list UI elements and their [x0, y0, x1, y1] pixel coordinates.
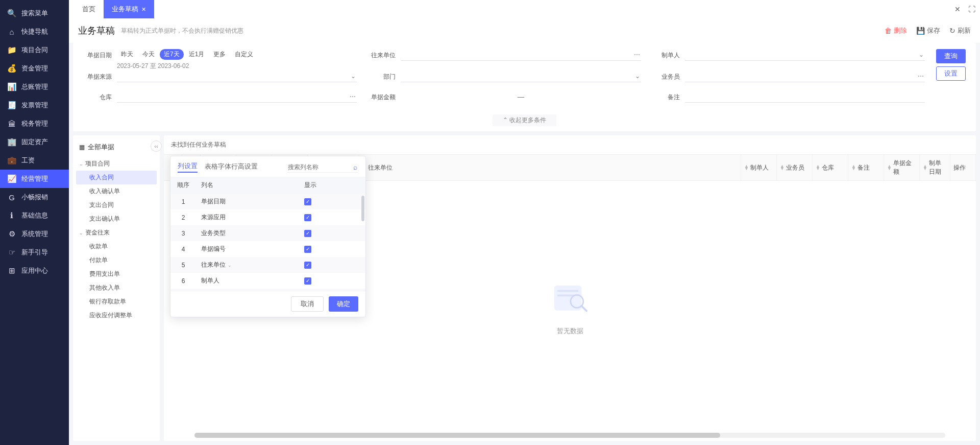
side-guide[interactable]: ☞新手引导 — [0, 243, 69, 262]
tree-collapse-button[interactable]: ‹‹ — [151, 140, 162, 152]
th-9[interactable]: ▲▼单据金额 — [884, 155, 920, 180]
popup-row[interactable]: 7业务员⌄✓ — [170, 289, 365, 291]
amount-display: — — [401, 91, 641, 101]
source-input[interactable] — [117, 71, 357, 82]
remark-input[interactable] — [685, 91, 925, 103]
tree-item[interactable]: 收款单 — [76, 240, 157, 253]
doc-tree-panel: ▦全部单据 ‹‹ ⌄项目合同收入合同收入确认单支出合同支出确认单⌄资金往来收款单… — [73, 135, 160, 441]
save-button[interactable]: 💾保存 — [916, 26, 940, 35]
side-search[interactable]: 🔍搜索菜单 — [0, 4, 69, 22]
side-reimburse[interactable]: G小畅报销 — [0, 188, 69, 206]
side-quicknav[interactable]: ⌂快捷导航 — [0, 22, 69, 41]
side-label: 工资 — [21, 156, 35, 165]
tab-close-icon[interactable]: ✕ — [141, 6, 146, 13]
date-chip-1[interactable]: 今天 — [138, 49, 159, 60]
popup-row[interactable]: 4单据编号✓ — [170, 241, 365, 257]
tree-item[interactable]: 其他收入单 — [76, 281, 157, 295]
expand-icon[interactable]: ⛶ — [967, 4, 977, 14]
show-checkbox[interactable]: ✓ — [304, 262, 311, 269]
side-label: 小畅报销 — [21, 193, 48, 202]
date-chip-0[interactable]: 昨天 — [117, 49, 137, 60]
th-4[interactable]: ▲▼往来单位 — [359, 155, 741, 180]
horizontal-scrollbar[interactable] — [194, 433, 945, 438]
side-system[interactable]: ⚙系统管理 — [0, 225, 69, 243]
side-assets[interactable]: 🏢固定资产 — [0, 133, 69, 151]
popup-row[interactable]: 2来源应用✓ — [170, 209, 365, 225]
side-baseinfo[interactable]: ℹ基础信息 — [0, 206, 69, 225]
tab-业务草稿[interactable]: 业务草稿✕ — [104, 0, 154, 18]
delete-button[interactable]: 🗑删除 — [885, 26, 907, 35]
side-label: 固定资产 — [21, 137, 48, 147]
collapse-filters-button[interactable]: ⌃ 收起更多条件 — [493, 114, 556, 126]
creator-input[interactable] — [685, 49, 925, 61]
tree-item[interactable]: 收入合同 — [76, 171, 157, 184]
tree-item[interactable]: 收入确认单 — [76, 184, 157, 198]
chevron-down-icon: ⌄ — [228, 263, 232, 268]
th-5[interactable]: ▲▼制单人 — [741, 155, 777, 180]
tab-首页[interactable]: 首页 — [74, 0, 104, 18]
popup-row[interactable]: 5往来单位⌄✓ — [170, 257, 365, 273]
th-8[interactable]: ▲▼备注 — [848, 155, 884, 180]
popup-row[interactable]: 1单据日期✓ — [170, 194, 365, 209]
date-chip-5[interactable]: 自定义 — [231, 49, 257, 60]
side-salary[interactable]: 💼工资 — [0, 151, 69, 170]
tree-item[interactable]: 应收应付调整单 — [76, 309, 157, 322]
th-6[interactable]: ▲▼业务员 — [777, 155, 813, 180]
side-funds-icon: 💰 — [7, 64, 16, 73]
filter-label-date: 单据日期 — [83, 49, 112, 60]
th-7[interactable]: ▲▼仓库 — [813, 155, 848, 180]
show-checkbox[interactable]: ✓ — [304, 246, 311, 253]
side-ledger[interactable]: 📊总账管理 — [0, 78, 69, 96]
popup-tab-columns[interactable]: 列设置 — [178, 161, 198, 173]
tree-item[interactable]: 支出确认单 — [76, 212, 157, 226]
staff-input[interactable] — [685, 71, 925, 82]
th-10[interactable]: ▲▼制单日期 — [920, 155, 950, 180]
tree-item[interactable]: 费用支出单 — [76, 267, 157, 281]
svg-line-4 — [581, 306, 586, 311]
side-label: 总账管理 — [21, 82, 48, 91]
popup-search-input[interactable] — [287, 162, 358, 173]
popup-ok-button[interactable]: 确定 — [329, 296, 358, 312]
popup-row[interactable]: 3业务类型✓ — [170, 225, 365, 241]
popup-cancel-button[interactable]: 取消 — [291, 296, 324, 312]
query-button[interactable]: 查询 — [936, 49, 966, 63]
tab-bar: 首页业务草稿✕ ✕ ⛶ — [69, 0, 980, 18]
grid-icon: ▦ — [79, 144, 85, 151]
side-label: 资金管理 — [21, 64, 48, 73]
side-operations[interactable]: 📈经营管理 — [0, 170, 69, 188]
side-project[interactable]: 📁项目合同 — [0, 41, 69, 59]
tree-item[interactable]: 支出合同 — [76, 198, 157, 212]
show-checkbox[interactable]: ✓ — [304, 214, 311, 221]
side-funds[interactable]: 💰资金管理 — [0, 59, 69, 78]
side-appcenter[interactable]: ⊞应用中心 — [0, 262, 69, 280]
warehouse-input[interactable] — [117, 91, 357, 103]
side-tax-icon: 🏛 — [7, 119, 16, 128]
th-11[interactable]: 操作 — [950, 155, 976, 180]
popup-scrollbar[interactable] — [361, 196, 364, 221]
sort-icon: ▲▼ — [887, 165, 892, 170]
date-chip-3[interactable]: 近1月 — [185, 49, 209, 60]
show-checkbox[interactable]: ✓ — [304, 277, 311, 285]
filter-label-creator: 制单人 — [651, 49, 680, 60]
popup-row[interactable]: 6制单人✓ — [170, 273, 365, 289]
side-operations-icon: 📈 — [7, 174, 16, 183]
side-invoice-icon: 🧾 — [7, 101, 16, 110]
show-checkbox[interactable]: ✓ — [304, 230, 311, 237]
side-tax[interactable]: 🏛税务管理 — [0, 114, 69, 133]
side-label: 新手引导 — [21, 248, 48, 257]
dept-input[interactable] — [401, 71, 641, 82]
popup-tab-font[interactable]: 表格字体行高设置 — [205, 162, 258, 172]
settings-button[interactable]: 设置 — [936, 66, 966, 81]
side-invoice[interactable]: 🧾发票管理 — [0, 96, 69, 114]
tree-group-1[interactable]: ⌄资金往来 — [76, 226, 157, 240]
tree-item[interactable]: 银行存取款单 — [76, 295, 157, 309]
tree-item[interactable]: 付款单 — [76, 253, 157, 267]
side-label: 应用中心 — [21, 266, 48, 275]
tree-group-0[interactable]: ⌄项目合同 — [76, 157, 157, 171]
date-chip-2[interactable]: 近7天 — [160, 49, 184, 60]
refresh-button[interactable]: ↻刷新 — [949, 26, 971, 35]
date-chip-4[interactable]: 更多 — [209, 49, 230, 60]
partner-input[interactable] — [401, 49, 641, 61]
close-tab-icon[interactable]: ✕ — [952, 4, 963, 14]
show-checkbox[interactable]: ✓ — [304, 198, 311, 205]
